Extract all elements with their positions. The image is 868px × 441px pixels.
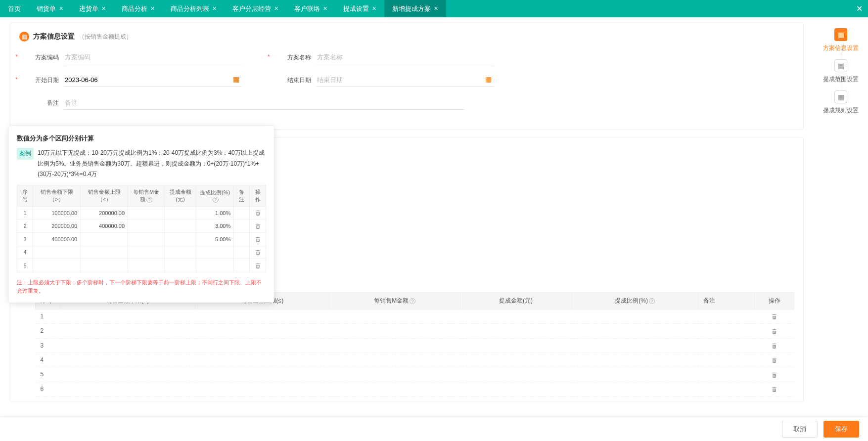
step-plan-info[interactable]: ▦ 方案信息设置 <box>823 28 859 52</box>
plan-name-label: 方案名称 <box>272 53 311 62</box>
help-icon: ? <box>213 197 219 203</box>
col-amount: 提成金额(元) <box>460 293 572 309</box>
help-icon[interactable]: ? <box>410 298 415 304</box>
plan-info-panel: ▦ 方案信息设置 （按销售金额提成） 方案编码 方案名称 <box>10 22 804 130</box>
interval-excess-popover: 数值分为多个区间分别计算 案例 10万元以下无提成；10-20万元提成比例为1%… <box>9 126 274 303</box>
step-rule[interactable]: ▦ 提成规则设置 <box>823 90 859 115</box>
tab-product-analysis-list[interactable]: 商品分析列表✕ <box>163 0 225 17</box>
tab-product-analysis[interactable]: 商品分析✕ <box>114 0 163 17</box>
close-icon[interactable]: ✕ <box>212 5 217 12</box>
close-icon[interactable]: ✕ <box>434 5 438 12</box>
tab-sales-order[interactable]: 销货单✕ <box>29 0 71 17</box>
tab-customer-contact[interactable]: 客户联络✕ <box>286 0 335 17</box>
help-icon[interactable]: ? <box>649 298 655 304</box>
tab-commission-settings[interactable]: 提成设置✕ <box>335 0 384 17</box>
col-per-m: 每销售M金额? <box>329 293 460 309</box>
table-row: 4 <box>17 246 266 259</box>
step-icon: ▦ <box>834 59 847 72</box>
close-icon[interactable]: ✕ <box>372 5 376 12</box>
delete-icon[interactable] <box>255 222 261 228</box>
table-row[interactable]: 4 <box>36 353 794 367</box>
start-date-label: 开始日期 <box>19 76 59 85</box>
panel-badge-icon: ▦ <box>19 32 29 42</box>
end-date-label: 结束日期 <box>272 76 311 85</box>
top-tab-bar: 首页 销货单✕ 进货单✕ 商品分析✕ 商品分析列表✕ 客户分层经营✕ 客户联络✕… <box>0 0 868 17</box>
table-row[interactable]: 3 <box>36 338 794 353</box>
table-row[interactable]: 5 <box>36 367 794 382</box>
calendar-icon[interactable]: ▦ <box>484 75 492 83</box>
delete-icon[interactable] <box>255 210 261 216</box>
start-date-input[interactable] <box>64 73 242 87</box>
delete-icon[interactable] <box>771 342 777 349</box>
close-all-tabs-icon[interactable]: ✕ <box>851 0 868 17</box>
panel-title: 方案信息设置 <box>33 32 75 41</box>
col-rate: 提成比例(%)? <box>571 293 698 309</box>
table-row: 3400000.005.00% <box>17 232 266 246</box>
col-operate: 操作 <box>755 293 794 309</box>
close-icon[interactable]: ✕ <box>323 5 327 12</box>
remark-input[interactable] <box>64 96 464 110</box>
close-icon[interactable]: ✕ <box>150 5 155 12</box>
example-text: 10万元以下无提成；10-20万元提成比例为1%；20-40万提成比例为3%；4… <box>38 148 266 180</box>
delete-icon[interactable] <box>771 356 777 363</box>
example-tag: 案例 <box>17 148 34 160</box>
close-icon[interactable]: ✕ <box>59 5 63 12</box>
footer-action-bar: 取消 保存 <box>0 417 868 439</box>
help-icon: ? <box>146 197 152 203</box>
popover-example-table: 序号 销售金额下限（>） 销售金额上限（≤） 每销售M金额? 提成金额(元) 提… <box>17 185 266 272</box>
save-button[interactable]: 保存 <box>823 421 859 438</box>
plan-code-input[interactable] <box>64 50 242 64</box>
table-row[interactable]: 2 <box>36 324 794 338</box>
side-step-nav: ▦ 方案信息设置 ▦ 提成范围设置 ▦ 提成规则设置 <box>814 17 868 439</box>
commission-tier-table: 序号 销售金额下限(>) 销售金额上限(≤) 每销售M金额? 提成金额(元) 提… <box>35 292 794 397</box>
table-row[interactable]: 1 <box>36 309 794 324</box>
close-icon[interactable]: ✕ <box>101 5 106 12</box>
panel-subtitle: （按销售金额提成） <box>79 33 132 41</box>
delete-icon[interactable] <box>771 313 777 320</box>
table-row[interactable]: 6 <box>36 382 794 396</box>
tab-new-commission-plan[interactable]: 新增提成方案✕ <box>384 0 446 17</box>
step-icon: ▦ <box>834 28 847 41</box>
tab-customer-tier[interactable]: 客户分层经营✕ <box>225 0 286 17</box>
step-icon: ▦ <box>834 90 847 103</box>
cancel-button[interactable]: 取消 <box>782 421 818 438</box>
plan-code-label: 方案编码 <box>19 53 59 62</box>
plan-name-input[interactable] <box>316 50 494 64</box>
table-row: 1100000.00200000.001.00% <box>17 206 266 220</box>
table-row: 2200000.00400000.003.00% <box>17 220 266 233</box>
table-row: 5 <box>17 259 266 272</box>
step-scope[interactable]: ▦ 提成范围设置 <box>823 59 859 84</box>
delete-icon[interactable] <box>771 371 777 378</box>
delete-icon[interactable] <box>771 327 777 334</box>
delete-icon[interactable] <box>255 262 261 268</box>
popover-note: 注：上限必须大于下限；多个阶梯时，下一个阶梯下限要等于前一阶梯上限；不同行之间下… <box>17 278 266 296</box>
delete-icon[interactable] <box>255 249 261 255</box>
remark-label: 备注 <box>19 99 59 107</box>
col-remark: 备注 <box>698 293 755 309</box>
end-date-input[interactable] <box>316 73 494 87</box>
tab-purchase-order[interactable]: 进货单✕ <box>71 0 114 17</box>
tab-home[interactable]: 首页 <box>0 0 29 17</box>
calendar-icon[interactable]: ▦ <box>232 75 240 83</box>
close-icon[interactable]: ✕ <box>274 5 278 12</box>
delete-icon[interactable] <box>771 386 777 393</box>
delete-icon[interactable] <box>255 236 261 242</box>
popover-title: 数值分为多个区间分别计算 <box>17 134 266 143</box>
